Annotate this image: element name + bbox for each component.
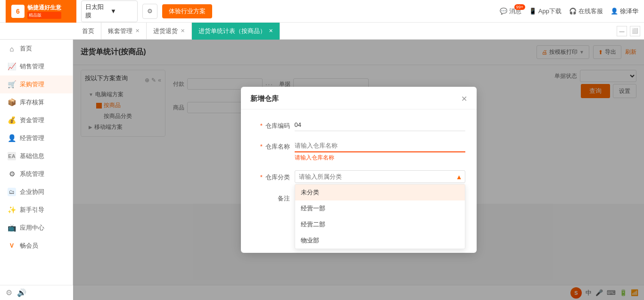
main-content: 进货单统计(按商品) 🖨 按模板打印 ▼ ⬆ 导出 刷新 按以下方案查询 — [73, 40, 644, 300]
main-layout: ⌂ 首页 📈 销售管理 🛒 采购管理 📦 库存核算 💰 资金管理 👤 经营管理 … — [0, 40, 644, 300]
dropdown-item-dept1[interactable]: 经营一部 — [295, 200, 465, 217]
warehouse-name-error: 请输入仓库名称 — [295, 154, 465, 162]
sidebar: ⌂ 首页 📈 销售管理 🛒 采购管理 📦 库存核算 💰 资金管理 👤 经营管理 … — [0, 40, 73, 300]
user-menu-button[interactable]: 👤 徐泽华 — [611, 7, 638, 16]
warehouse-code-input[interactable] — [295, 119, 465, 131]
chevron-down-icon: ▼ — [110, 8, 133, 15]
modal-overlay: 新增仓库 ✕ * 仓库编码 — [73, 40, 644, 300]
category-arrow-icon[interactable]: ▲ — [456, 173, 462, 181]
purchase-icon: 🛒 — [8, 80, 16, 89]
top-header: 6 畅捷通好生意 精品版 日太阳膜 ▼ ⚙ 体验行业方案 💬 消息 99+ 📱 … — [0, 0, 644, 23]
warehouse-code-control — [295, 119, 465, 131]
sidebar-item-basic-info[interactable]: EA 基础信息 — [0, 147, 73, 165]
tab-close-purchase-stats[interactable]: ✕ — [269, 28, 273, 34]
notification-badge: 99+ — [514, 4, 525, 10]
message-icon: 💬 — [500, 8, 507, 15]
inventory-icon: 📦 — [8, 98, 16, 107]
tab-close-purchase-return[interactable]: ✕ — [181, 28, 185, 34]
tab-bar-right: — ⬜ — [617, 26, 644, 36]
apps-icon: 📺 — [8, 224, 16, 232]
sidebar-item-sales[interactable]: 📈 销售管理 — [0, 58, 73, 75]
vip-icon: V — [8, 242, 16, 250]
dropdown-item-uncategorized[interactable]: 未分类 — [295, 184, 465, 200]
sales-icon: 📈 — [8, 62, 16, 71]
warehouse-code-row: * 仓库编码 — [252, 119, 465, 131]
dialog-close-button[interactable]: ✕ — [461, 94, 467, 103]
category-row: * 仓库分类 ▲ 未分类 经营一部 经营二部 物业部 — [252, 170, 465, 183]
tab-close-account[interactable]: ✕ — [135, 28, 140, 34]
basic-info-icon: EA — [8, 152, 16, 160]
category-control: ▲ 未分类 经营一部 经营二部 物业部 — [295, 170, 465, 183]
tab-maximize-button[interactable]: ⬜ — [630, 26, 640, 36]
finance-icon: 💰 — [8, 116, 16, 125]
system-icon: ⚙ — [8, 170, 16, 178]
category-label: * 仓库分类 — [252, 170, 295, 182]
dropdown-item-dept3[interactable]: 物业部 — [295, 233, 465, 249]
sidebar-item-vip[interactable]: V 畅会员 — [0, 237, 73, 255]
logo-area: 6 畅捷通好生意 精品版 — [6, 0, 76, 23]
store-selector[interactable]: 日太阳膜 ▼ — [81, 0, 138, 22]
warehouse-name-row: * 仓库名称 请输入仓库名称 — [252, 140, 465, 162]
management-icon: 👤 — [8, 134, 16, 142]
sidebar-item-home[interactable]: ⌂ 首页 — [0, 40, 73, 58]
tab-purchase-return[interactable]: 进货退货 ✕ — [147, 23, 192, 40]
tab-purchase-stats[interactable]: 进货单统计表（按商品） ✕ — [192, 23, 280, 40]
tab-account[interactable]: 账套管理 ✕ — [101, 23, 147, 40]
dialog-header: 新增仓库 ✕ — [241, 87, 477, 109]
tab-bar: 首页 账套管理 ✕ 进货退货 ✕ 进货单统计表（按商品） ✕ — ⬜ — [0, 23, 644, 40]
warehouse-name-control: 请输入仓库名称 — [295, 140, 465, 162]
sidebar-item-apps[interactable]: 📺 应用中心 — [0, 219, 73, 237]
header-right: 💬 消息 99+ 📱 App下载 🎧 在线客服 👤 徐泽华 — [500, 7, 638, 16]
online-service-button[interactable]: 🎧 在线客服 — [569, 7, 603, 16]
logo-icon: 6 — [11, 5, 25, 18]
bottom-settings-icon[interactable]: ⚙ — [6, 288, 12, 297]
user-name: 徐泽华 — [620, 7, 638, 16]
sidebar-item-management[interactable]: 👤 经营管理 — [0, 129, 73, 147]
sidebar-item-guide[interactable]: ✨ 新手引导 — [0, 201, 73, 219]
dialog-title: 新增仓库 — [250, 94, 279, 103]
sidebar-item-purchase[interactable]: 🛒 采购管理 — [0, 75, 73, 93]
bottom-sound-icon[interactable]: 🔊 — [17, 288, 26, 297]
app-download-button[interactable]: 📱 App下载 — [529, 7, 561, 16]
notification-button[interactable]: 💬 消息 99+ — [500, 7, 521, 16]
cooperation-icon: 🗂 — [8, 188, 16, 196]
sidebar-item-inventory[interactable]: 📦 库存核算 — [0, 93, 73, 111]
gear-button[interactable]: ⚙ — [142, 4, 157, 19]
store-name: 日太阳膜 — [85, 3, 108, 20]
logo-badge: 精品版 — [27, 12, 61, 19]
phone-icon: 📱 — [529, 8, 537, 15]
user-icon: 👤 — [611, 8, 618, 15]
trial-button[interactable]: 体验行业方案 — [162, 4, 212, 18]
dialog-body: * 仓库编码 * 仓库名称 — [241, 109, 477, 222]
sidebar-item-cooperation[interactable]: 🗂 企业协同 — [0, 183, 73, 201]
add-warehouse-dialog: 新增仓库 ✕ * 仓库编码 — [241, 87, 477, 253]
dropdown-item-dept2[interactable]: 经营二部 — [295, 217, 465, 233]
tab-minimize-button[interactable]: — — [617, 26, 627, 36]
bottom-left-icons: ⚙ 🔊 — [6, 288, 26, 297]
category-input[interactable] — [295, 170, 465, 183]
sidebar-item-finance[interactable]: 💰 资金管理 — [0, 111, 73, 129]
sidebar-item-system[interactable]: ⚙ 系统管理 — [0, 165, 73, 183]
headset-icon: 🎧 — [569, 8, 577, 15]
category-dropdown: 未分类 经营一部 经营二部 物业部 — [295, 184, 465, 249]
warehouse-name-label: * 仓库名称 — [252, 140, 295, 151]
guide-icon: ✨ — [8, 206, 16, 214]
remarks-label: 备注 — [252, 192, 295, 203]
home-icon: ⌂ — [8, 44, 16, 53]
warehouse-code-label: * 仓库编码 — [252, 119, 295, 130]
tab-home[interactable]: 首页 — [75, 23, 101, 40]
logo-text: 畅捷通好生意 精品版 — [27, 4, 61, 19]
warehouse-name-input[interactable] — [295, 140, 465, 152]
